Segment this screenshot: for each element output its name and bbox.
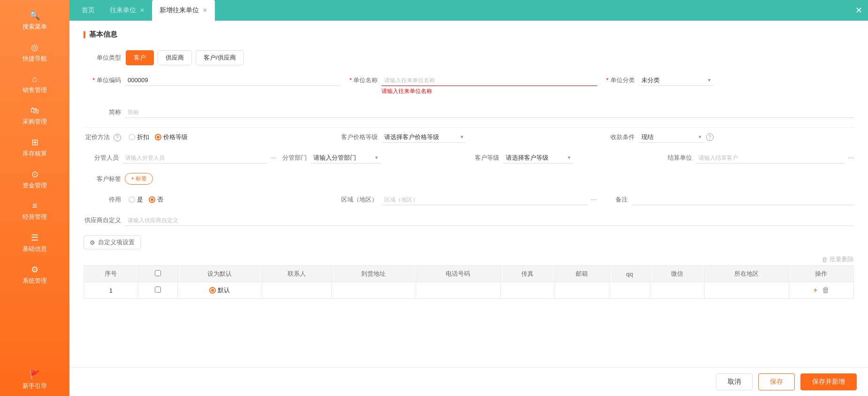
unit-type-both[interactable]: 客户/供应商 [196,50,244,65]
supervisor-more-icon[interactable]: ··· [270,154,276,162]
supervisor-input[interactable] [122,152,267,163]
unit-type-group: 客户 供应商 客户/供应商 [126,50,244,65]
sidebar-item-quick-nav[interactable]: ◎ 快捷导航 [0,37,69,69]
row-checkbox-cell[interactable] [138,282,177,299]
tab-bar: 首页 往来单位 ✕ 新增往来单位 ✕ ✕ [69,0,868,21]
sidebar-item-operation[interactable]: ≡ 经营管理 [0,195,69,227]
col-qq: qq [609,266,650,282]
payment-terms-dropdown[interactable]: 现结 [639,132,704,142]
discount-radio[interactable] [129,134,135,140]
chart-icon: ≡ [32,201,38,211]
row-checkbox[interactable] [155,287,161,293]
unit-type-customer[interactable]: 客户 [126,50,154,65]
payment-help-icon[interactable]: ? [706,133,714,141]
settlement-label: 结算单位 [662,154,692,162]
tab-new-partner-close[interactable]: ✕ [203,7,207,14]
department-dropdown[interactable]: 请输入分管部门 [311,152,381,163]
customer-price-select[interactable]: 请选择客户价格等级 ▼ [381,132,466,143]
row-default-radio[interactable] [209,287,216,294]
row-action[interactable]: + 🗑 [789,282,853,299]
supplier-custom-input[interactable] [125,215,854,226]
select-all-checkbox[interactable] [155,270,161,276]
sidebar-item-basic[interactable]: ☰ 基础信息 [0,227,69,259]
guide-icon: 🚩 [30,370,40,380]
sidebar-item-system[interactable]: ⚙ 系统管理 [0,259,69,291]
supervisor-row: 分管人员 ··· 分管部门 请输入分管部门 ▼ 客户等级 请选择客户等级 [84,152,854,163]
settlement-more-icon[interactable]: ··· [848,154,854,162]
short-name-label: 简称 [84,108,121,116]
sidebar-item-label: 快捷导航 [23,54,47,63]
col-contact: 联系人 [262,266,331,282]
tab-partners-close[interactable]: ✕ [140,7,145,14]
customer-level-group: 客户等级 请选择客户等级 ▼ [469,152,662,163]
sidebar-item-label: 系统管理 [23,277,47,285]
sidebar-item-finance[interactable]: ⊙ 资金管理 [0,163,69,195]
custom-settings-button[interactable]: ⚙ 自定义项设置 [84,235,141,249]
unit-code-input[interactable] [125,75,340,86]
yes-radio[interactable] [129,196,135,203]
gear-icon: ⚙ [31,264,38,275]
tab-new-partner[interactable]: 新增往来单位 ✕ [152,0,215,21]
unit-category-dropdown[interactable]: 未分类 [639,75,714,85]
pricing-level[interactable]: 价格等级 [155,133,188,141]
customer-level-select[interactable]: 请选择客户等级 ▼ [503,152,573,163]
unit-category-label: 单位分类 [597,76,635,85]
disable-no[interactable]: 否 [149,195,163,204]
add-tag-button[interactable]: + 标签 [125,173,153,185]
disable-yes[interactable]: 是 [129,195,143,204]
disable-group: 停用 是 否 [84,195,340,204]
tab-new-partner-label: 新增往来单位 [160,6,199,15]
cancel-button[interactable]: 取消 [716,373,753,390]
customer-price-dropdown[interactable]: 请选择客户价格等级 [381,132,466,142]
pricing-discount[interactable]: 折扣 [129,133,149,141]
save-button[interactable]: 保存 [758,373,795,390]
pricing-help-icon[interactable]: ? [114,134,121,141]
sidebar-item-newguide[interactable]: 🚩 新手引导 [0,364,69,396]
region-more-icon[interactable]: ··· [591,195,597,204]
sidebar-item-sales[interactable]: ⌂ 销售管理 [0,69,69,100]
payment-terms-group: 收款条件 现结 ▼ ? [597,132,854,143]
row-default-radio-label[interactable]: 默认 [183,286,257,295]
sidebar-item-label: 销售管理 [23,86,47,94]
sidebar-item-search[interactable]: 🔍 搜索菜单 [0,5,69,37]
sidebar: 🔍 搜索菜单 ◎ 快捷导航 ⌂ 销售管理 🛍 采购管理 ⊞ 库存核算 ⊙ 资金管… [0,0,69,396]
col-checkbox[interactable] [138,266,177,282]
money-icon: ⊙ [31,169,38,179]
bulk-delete-label[interactable]: 批量删除 [830,255,854,264]
unit-code-group: 单位编码 [84,75,340,86]
customer-tag-label: 客户标签 [84,175,121,183]
close-all-button[interactable]: ✕ [855,5,862,16]
tab-home[interactable]: 首页 [74,0,102,21]
box-icon: ⊞ [31,137,38,148]
unit-code-label: 单位编码 [84,76,121,85]
unit-name-label: 单位名称 [340,76,378,85]
delete-row-icon[interactable]: 🗑 [822,286,830,294]
unit-type-supplier[interactable]: 供应商 [158,50,192,65]
unit-type-label: 单位类型 [84,54,121,62]
add-row-icon[interactable]: + [813,286,817,294]
bulk-delete-row: 🗑 批量删除 [84,255,854,264]
customer-level-dropdown[interactable]: 请选择客户等级 [503,152,573,163]
compass-icon: ◎ [31,42,38,53]
region-input[interactable] [381,194,588,205]
customer-level-label: 客户等级 [469,154,499,162]
sidebar-item-inventory[interactable]: ⊞ 库存核算 [0,132,69,163]
unit-category-select[interactable]: 未分类 ▼ [639,75,714,86]
unit-name-input[interactable] [381,75,597,86]
payment-terms-select[interactable]: 现结 ▼ [639,132,704,143]
sidebar-item-purchase[interactable]: 🛍 采购管理 [0,100,69,132]
note-input[interactable] [632,194,854,205]
gear-icon: ⚙ [90,239,95,246]
department-group: 分管部门 请输入分管部门 ▼ [276,152,469,163]
no-radio[interactable] [149,196,155,203]
customer-price-label: 客户价格等级 [340,133,378,141]
save-new-button[interactable]: 保存并新增 [800,373,857,390]
supervisor-label: 分管人员 [84,154,119,162]
col-phone: 电话号码 [416,266,500,282]
department-select[interactable]: 请输入分管部门 ▼ [311,152,381,163]
tab-partners[interactable]: 往来单位 ✕ [102,0,152,21]
short-name-input[interactable] [125,107,854,118]
price-level-radio[interactable] [155,134,161,140]
settlement-input[interactable] [696,152,845,163]
row-default-cell[interactable]: 默认 [177,282,262,299]
